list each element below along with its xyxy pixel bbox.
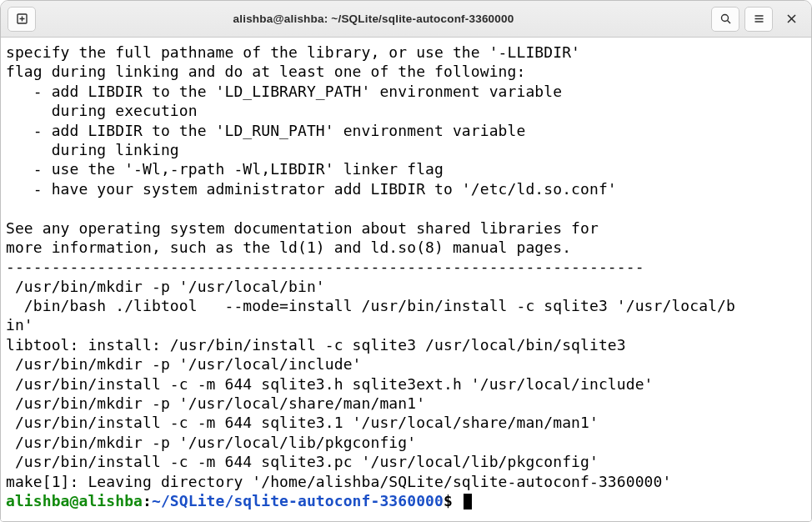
search-icon (719, 13, 732, 25)
prompt-separator: : (143, 492, 152, 509)
terminal-cursor (464, 494, 472, 509)
new-tab-button[interactable] (8, 7, 36, 32)
hamburger-icon (753, 13, 765, 25)
titlebar-right-group (711, 7, 804, 32)
hamburger-menu-button[interactable] (744, 7, 773, 32)
close-button[interactable] (778, 7, 804, 32)
terminal-viewport[interactable]: specify the full pathname of the library… (1, 38, 811, 521)
svg-point-3 (721, 15, 728, 22)
window-titlebar: alishba@alishba: ~/SQLite/sqlite-autocon… (1, 1, 811, 38)
terminal-prompt: alishba@alishba:~/SQLite/sqlite-autoconf… (6, 491, 806, 510)
prompt-path: ~/SQLite/sqlite-autoconf-3360000 (152, 492, 444, 509)
svg-line-4 (727, 21, 730, 24)
prompt-symbol: $ (444, 492, 453, 509)
prompt-user-host: alishba@alishba (6, 492, 143, 509)
window-title: alishba@alishba: ~/SQLite/sqlite-autocon… (41, 13, 706, 25)
new-tab-icon (16, 13, 28, 25)
close-icon (786, 13, 797, 24)
search-button[interactable] (711, 7, 739, 32)
terminal-output: specify the full pathname of the library… (6, 43, 806, 491)
